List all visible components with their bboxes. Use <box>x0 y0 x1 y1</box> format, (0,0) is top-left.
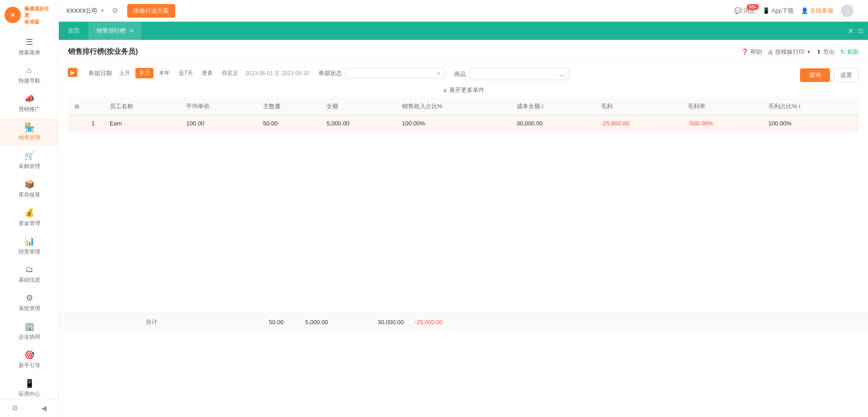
date-tab-prev[interactable]: 上月 <box>115 68 134 78</box>
sidebar-item-system[interactable]: ⚙ 系统管理 <box>0 288 58 317</box>
sidebar-label-search: 搜索菜单 <box>19 49 40 57</box>
filter-bar: ▶ 单据日期 上月 本月 本年 近7天 更多 自定义 2023-06-01 至 … <box>59 62 868 82</box>
sidebar-item-basic[interactable]: 🗂 基础信息 <box>0 260 58 288</box>
date-tab-more[interactable]: 更多 <box>198 68 216 78</box>
sidebar-item-enterprise[interactable]: 🏢 企业协同 <box>0 317 58 345</box>
help-button[interactable]: ❓ 帮助 <box>741 48 762 56</box>
enterprise-icon: 🏢 <box>24 321 34 331</box>
logo-icon: ☀ <box>5 7 21 23</box>
footer-amount: 5,000.00 <box>300 319 336 326</box>
refresh-label: 刷新 <box>847 48 859 56</box>
col-settings[interactable]: ⚙ <box>68 98 86 115</box>
page-actions: ❓ 帮助 🖨 按模板打印 ▼ ⬆ 导出 ↻ 刷新 <box>741 48 859 56</box>
print-icon: 🖨 <box>767 48 773 55</box>
print-button[interactable]: 🖨 按模板打印 ▼ <box>767 48 811 56</box>
expand-more-button[interactable]: ∨ 展开更多条件 <box>443 86 484 94</box>
table-body: 1 Eam 100.00 50.00 5,000.00 100.00% 30,0… <box>68 115 859 132</box>
sidebar-item-operation[interactable]: 📊 经营管理 <box>0 232 58 260</box>
company-selector[interactable]: XXXXX公司 ▼ <box>66 7 105 15</box>
tabbar: 首页 销售排行榜 ✕ ✕ ⊡ <box>59 22 868 40</box>
search-menu-icon: ☰ <box>26 37 33 47</box>
expand-bar: ∨ 展开更多条件 <box>59 82 868 98</box>
row-gross: -25,000.00 <box>595 115 682 132</box>
sidebar-item-finance[interactable]: 💰 资金管理 <box>0 203 58 232</box>
export-icon: ⬆ <box>816 48 821 55</box>
sidebar-label-quick: 快捷导航 <box>19 77 40 85</box>
sidebar-item-marketing[interactable]: 📣 营销推广 <box>0 89 58 118</box>
content-area: 销售排行榜(按业务员) ❓ 帮助 🖨 按模板打印 ▼ ⬆ 导出 <box>59 40 868 417</box>
window-close-button[interactable]: ✕ <box>848 27 854 35</box>
tab-close-icon[interactable]: ✕ <box>129 28 134 34</box>
sidebar-item-purchase[interactable]: 🛒 采购管理 <box>0 146 58 175</box>
content-spacer <box>59 132 868 313</box>
print-arrow-icon: ▼ <box>806 49 811 54</box>
app-icon: 📱 <box>762 7 770 14</box>
status-select-arrow-icon: ∨ <box>437 71 440 76</box>
sidebar-label-enterprise: 企业协同 <box>19 333 40 341</box>
user-avatar[interactable] <box>841 5 854 17</box>
sidebar-label-apps: 应用中心 <box>19 390 40 398</box>
col-sales-pct: 销售收入占比% <box>397 98 511 115</box>
sidebar-item-search[interactable]: ☰ 搜索菜单 <box>0 33 58 61</box>
data-table: ⚙ 员工名称 平均单价 主数量 全额 销售收入占比% 成本全额 ℹ <box>68 98 859 132</box>
date-tab-recent7[interactable]: 近7天 <box>175 68 197 78</box>
col-qty: 主数量 <box>258 98 321 115</box>
export-button[interactable]: ⬆ 导出 <box>816 48 835 56</box>
commodity-input[interactable]: ... <box>470 68 569 80</box>
app-download-button[interactable]: 📱 App下载 <box>762 7 794 15</box>
help-icon: ❓ <box>741 48 748 55</box>
tab-sales-ranking[interactable]: 销售排行榜 ✕ <box>89 22 141 40</box>
date-tab-year[interactable]: 本年 <box>155 68 173 78</box>
date-tab-custom[interactable]: 自定义 <box>218 68 242 78</box>
col-gross-pct: 毛利占比% ℹ <box>763 98 859 115</box>
sidebar-item-sales[interactable]: 🏪 销售管理 <box>0 118 58 146</box>
row-rank: 1 <box>86 115 104 132</box>
filter-expand-arrow-icon[interactable]: ▶ <box>68 68 77 77</box>
row-name: Eam <box>104 115 181 132</box>
footer-cost: 30,000.00 <box>372 319 409 326</box>
guide-icon: 🎯 <box>24 350 34 360</box>
topbar: XXXXX公司 ▼ ⚙ 体验行业方案 💬 消息 99+ 📱 App下载 👤 在线… <box>59 0 868 22</box>
online-service-button[interactable]: 👤 在线客服 <box>801 7 834 15</box>
trial-button[interactable]: 体验行业方案 <box>127 4 175 18</box>
sidebar-item-apps[interactable]: 📱 应用中心 <box>0 374 58 399</box>
sidebar-item-quick[interactable]: ⌂ 快捷导航 <box>0 61 58 89</box>
table-container: ⚙ 员工名称 平均单价 主数量 全额 销售收入占比% 成本全额 ℹ <box>59 98 868 132</box>
filter-toggle[interactable]: ▶ <box>68 68 77 77</box>
status-select[interactable]: ∨ <box>345 68 445 78</box>
settings-button[interactable]: 设置 <box>834 68 859 82</box>
col-avg-price: 平均单价 <box>181 98 257 115</box>
export-label: 导出 <box>823 48 835 56</box>
row-gross-pct: 100.00% <box>763 115 859 132</box>
table-header: ⚙ 员工名称 平均单价 主数量 全额 销售收入占比% 成本全额 ℹ <box>68 98 859 115</box>
date-filter-label: 单据日期 <box>88 69 112 77</box>
gross-pct-help-icon[interactable]: ℹ <box>799 104 801 109</box>
tab-home[interactable]: 首页 <box>59 22 89 40</box>
operation-icon: 📊 <box>24 236 34 246</box>
help-label: 帮助 <box>750 48 762 56</box>
commodity-more-icon[interactable]: ... <box>559 71 564 77</box>
sidebar-label-purchase: 采购管理 <box>19 163 40 170</box>
row-gross-rate: -500.00% <box>682 115 763 132</box>
logo-text: 畅康通好生意 标准版 <box>24 5 54 25</box>
date-tab-current[interactable]: 本月 <box>135 68 153 78</box>
window-restore-button[interactable]: ⊡ <box>858 27 863 34</box>
sidebar-item-inventory[interactable]: 📦 库存核算 <box>0 175 58 203</box>
query-button[interactable]: 查询 <box>800 68 830 82</box>
footer-qty: 50.00 <box>264 319 300 326</box>
sidebar-label-inventory: 库存核算 <box>19 191 40 199</box>
sidebar-collapse-button[interactable]: ◀ <box>41 404 47 412</box>
message-button[interactable]: 💬 消息 99+ <box>734 7 755 15</box>
main-area: XXXXX公司 ▼ ⚙ 体验行业方案 💬 消息 99+ 📱 App下载 👤 在线… <box>59 0 868 417</box>
cost-help-icon[interactable]: ℹ <box>542 104 543 109</box>
topbar-settings-icon[interactable]: ⚙ <box>112 6 118 15</box>
row-avg-price: 100.00 <box>181 115 257 132</box>
sidebar-item-guide[interactable]: 🎯 新手引导 <box>0 345 58 374</box>
sidebar-settings-button[interactable]: ⚙ <box>12 404 18 412</box>
sidebar-label-system: 系统管理 <box>19 305 40 312</box>
col-gross-rate: 毛利率 <box>682 98 763 115</box>
row-settings <box>68 115 86 132</box>
status-filter-label: 单据状态 <box>318 69 342 77</box>
refresh-button[interactable]: ↻ 刷新 <box>840 48 859 56</box>
service-icon: 👤 <box>801 7 808 14</box>
